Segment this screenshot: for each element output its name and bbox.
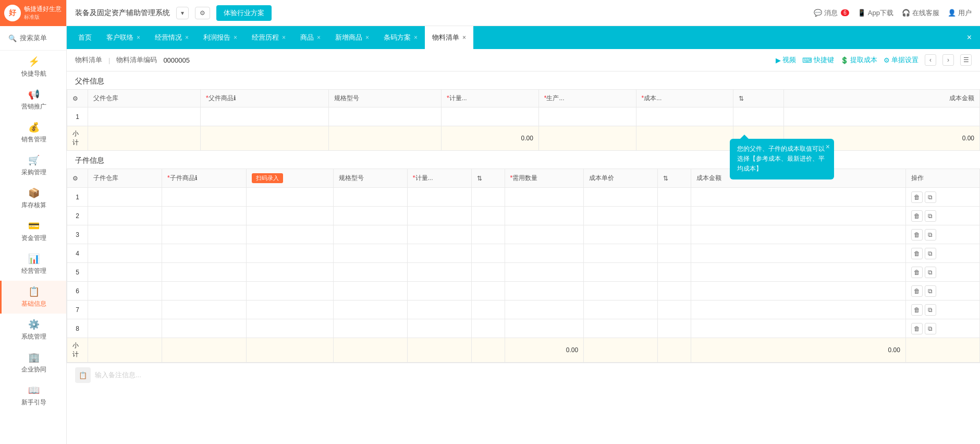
message-item[interactable]: 💬 消息 6 (814, 8, 849, 18)
user-avatar-icon: 👤 (948, 9, 956, 17)
tab-close-icon[interactable]: × (234, 34, 237, 41)
user-item[interactable]: 👤 用户 (948, 8, 972, 18)
view-action[interactable]: ▶ 视频 (776, 55, 796, 65)
delete-row-btn[interactable]: 🗑 (911, 229, 923, 241)
finance-icon: 💳 (28, 220, 40, 232)
tab-close-icon[interactable]: × (414, 34, 418, 41)
sidebar-item-marketing[interactable]: 📢 营销推广 (0, 83, 66, 116)
tab-home[interactable]: 首页 (71, 26, 99, 49)
user-label: 用户 (958, 8, 972, 18)
tab-close-icon[interactable]: × (282, 34, 286, 41)
purchase-icon: 🛒 (28, 154, 40, 166)
cost-tooltip: × 您的父件、子件的成本取值可以选择【参考成本、最新进价、平均成本】 (730, 139, 834, 179)
tab-close-icon[interactable]: × (185, 34, 189, 41)
delete-row-btn[interactable]: 🗑 (911, 323, 923, 334)
sidebar-item-label: 企业协同 (21, 365, 46, 374)
sidebar-item-quick-nav[interactable]: ⚡ 快捷导航 (0, 51, 66, 83)
phone-icon: 📱 (858, 9, 866, 17)
tab-bom[interactable]: 物料清单 × (425, 26, 473, 49)
delete-row-btn[interactable]: 🗑 (911, 248, 923, 259)
tab-barcode[interactable]: 条码方案 × (376, 26, 425, 49)
delete-row-btn[interactable]: 🗑 (911, 267, 923, 278)
subtotal-qty: 0.00 (442, 126, 539, 151)
tab-operations[interactable]: 经营情况 × (148, 26, 196, 49)
sidebar-item-basic-info[interactable]: 📋 基础信息 (0, 281, 66, 314)
th-cost: *成本... (636, 90, 733, 107)
sidebar-item-inventory[interactable]: 📦 库存核算 (0, 182, 66, 215)
tab-close-icon[interactable]: × (365, 34, 369, 41)
copy-row-btn[interactable]: ⧉ (925, 229, 936, 241)
th-parent-warehouse: 父件仓库 (88, 90, 201, 107)
scan-button[interactable]: 扫码录入 (252, 173, 283, 183)
tab-new-goods[interactable]: 新增商品 × (328, 26, 376, 49)
remark-hint[interactable]: 输入备注信息... (95, 370, 141, 380)
unit-cell[interactable] (442, 107, 539, 126)
delete-row-btn[interactable]: 🗑 (911, 210, 923, 222)
copy-row-btn[interactable]: ⧉ (925, 285, 936, 297)
table-row: 4 🗑⧉ (67, 244, 980, 263)
copy-row-btn[interactable]: ⧉ (925, 248, 936, 259)
spec-cell (329, 107, 442, 126)
qty-cell[interactable] (505, 188, 584, 207)
online-service-item[interactable]: 🎧 在线客服 (902, 8, 939, 18)
tooltip-close-btn[interactable]: × (826, 141, 830, 152)
tab-close-icon[interactable]: × (137, 34, 140, 41)
breadcrumb-bom[interactable]: 物料清单 (75, 55, 102, 65)
tab-close-icon[interactable]: × (317, 34, 321, 41)
dropdown-btn[interactable]: ▾ (176, 7, 189, 19)
page-content: 物料清单 | 物料清单编码 0000005 ▶ 视频 ⌨ 快捷键 💲 提取成本 (67, 49, 980, 444)
shortcut-action[interactable]: ⌨ 快捷键 (802, 55, 834, 65)
th-operation: 操作 (905, 169, 979, 188)
next-btn[interactable]: › (942, 54, 954, 66)
copy-row-btn[interactable]: ⧉ (925, 210, 936, 222)
bottom-bar: 📋 输入备注信息... (67, 363, 980, 387)
close-all-tabs-button[interactable]: × (963, 33, 976, 42)
cost-cell[interactable] (636, 107, 733, 126)
search-icon: 🔍 (8, 34, 17, 42)
tab-goods[interactable]: 商品 × (293, 26, 328, 49)
remark-icon[interactable]: 📋 (75, 367, 91, 383)
child-table: ⚙ 子件仓库 *子件商品ℹ 扫码录入 规格型号 *计量... ⇅ *需用数量 成… (67, 169, 980, 363)
extract-icon: 💲 (840, 56, 849, 64)
child-goods-cell[interactable] (162, 188, 247, 207)
extract-cost-action[interactable]: 💲 提取成本 (840, 55, 877, 65)
sidebar-item-enterprise[interactable]: 🏢 企业协同 (0, 346, 66, 379)
app-download-item[interactable]: 📱 App下载 (858, 8, 893, 18)
sidebar-item-guide[interactable]: 📖 新手引导 (0, 379, 66, 412)
sidebar-item-purchase[interactable]: 🛒 采购管理 (0, 149, 66, 182)
copy-row-btn[interactable]: ⧉ (925, 304, 936, 316)
child-unit-cell[interactable] (407, 188, 471, 207)
menu-btn[interactable]: ☰ (960, 54, 972, 66)
copy-row-btn[interactable]: ⧉ (925, 191, 936, 203)
parent-warehouse-cell[interactable] (88, 107, 201, 126)
settings-btn[interactable]: ⚙ (195, 7, 210, 19)
copy-row-btn[interactable]: ⧉ (925, 323, 936, 334)
single-settings-action[interactable]: ⚙ 单据设置 (884, 55, 918, 65)
sidebar-item-operations[interactable]: 📊 经营管理 (0, 248, 66, 281)
sidebar-item-finance[interactable]: 💳 资金管理 (0, 215, 66, 248)
tab-history[interactable]: 经营历程 × (244, 26, 293, 49)
form-content: 父件信息 × 您的父件、子件的成本取值可以选择【参考成本、最新进价、平均成本】 … (67, 71, 980, 444)
shortcut-label: 快捷键 (814, 55, 834, 65)
delete-row-btn[interactable]: 🗑 (911, 191, 923, 203)
sidebar-item-system[interactable]: ⚙️ 系统管理 (0, 314, 66, 346)
search-menu-button[interactable]: 🔍 搜索菜单 (4, 30, 62, 46)
delete-row-btn[interactable]: 🗑 (911, 285, 923, 297)
produce-cell[interactable] (538, 107, 636, 126)
main-content: 装备及固定资产辅助管理系统 ▾ ⚙ 体验行业方案 💬 消息 6 📱 App下载 … (67, 0, 980, 444)
tab-customer[interactable]: 客户联络 × (99, 26, 148, 49)
copy-row-btn[interactable]: ⧉ (925, 267, 936, 278)
th-sort: ⇅ (733, 90, 784, 107)
tab-profit[interactable]: 利润报告 × (196, 26, 244, 49)
breadcrumb-code: 物料清单编码 (116, 55, 157, 65)
sidebar-item-sales[interactable]: 💰 销售管理 (0, 116, 66, 149)
prev-btn[interactable]: ‹ (925, 54, 936, 66)
tab-close-icon[interactable]: × (462, 34, 466, 41)
child-warehouse-cell[interactable] (88, 188, 162, 207)
delete-row-btn[interactable]: 🗑 (911, 304, 923, 316)
trial-button[interactable]: 体验行业方案 (216, 5, 272, 21)
unit-cost-cell[interactable] (584, 188, 658, 207)
parent-goods-cell[interactable] (200, 107, 328, 126)
tooltip-text: 您的父件、子件的成本取值可以选择【参考成本、最新进价、平均成本】 (737, 145, 825, 172)
table-row: 3 🗑⧉ (67, 225, 980, 244)
